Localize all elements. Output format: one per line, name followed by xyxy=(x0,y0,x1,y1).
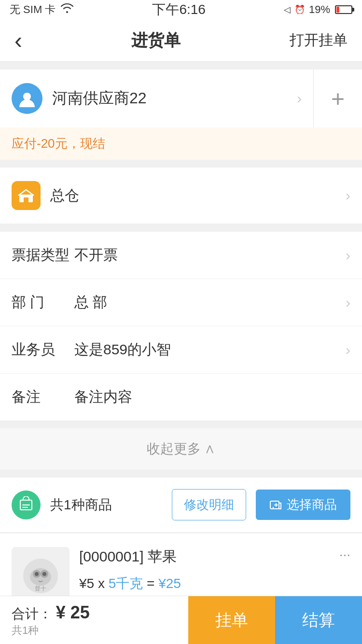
svg-point-10 xyxy=(42,572,46,576)
warehouse-chevron-icon: › xyxy=(346,187,350,204)
edit-detail-button[interactable]: 修改明细 xyxy=(172,489,246,520)
invoice-chevron-icon: › xyxy=(346,247,350,264)
department-row[interactable]: 部 门 总 部 › xyxy=(0,279,362,326)
product-qty: 5千克 xyxy=(109,576,143,591)
product-unit-price: ¥5 x xyxy=(79,576,109,591)
department-chevron-icon: › xyxy=(346,294,350,311)
product-more-button[interactable]: ··· xyxy=(339,547,350,562)
svg-rect-2 xyxy=(24,197,28,202)
bottom-bar: 合计： ¥ 25 共1种 挂单 结算 xyxy=(0,596,362,644)
invoice-type-value: 不开票 xyxy=(74,245,341,265)
back-button[interactable]: ‹ xyxy=(14,27,22,54)
select-product-label: 选择商品 xyxy=(287,496,337,513)
battery-icon xyxy=(335,5,352,14)
select-product-button[interactable]: 选择商品 xyxy=(256,490,350,520)
settle-label: 结算 xyxy=(302,609,335,631)
svg-point-0 xyxy=(23,93,31,100)
total-label: 合计： xyxy=(12,606,52,621)
total-sub: 共1种 xyxy=(12,623,177,638)
settle-button[interactable]: 结算 xyxy=(275,596,362,644)
salesperson-chevron-icon: › xyxy=(346,342,350,358)
carrier-label: 无 SIM 卡 xyxy=(10,2,56,17)
products-icon xyxy=(12,490,41,519)
svg-point-9 xyxy=(35,572,39,576)
page-title: 进货单 xyxy=(131,29,181,52)
time-label: 下午6:16 xyxy=(152,0,206,19)
hang-button[interactable]: 挂单 xyxy=(188,596,275,644)
alert-banner: 应付-20元，现结 xyxy=(0,127,362,160)
supplier-name: 河南供应商22 xyxy=(52,88,292,109)
total-amount: ¥ 25 xyxy=(56,602,90,622)
department-label: 部 门 xyxy=(12,293,74,312)
status-bar: 无 SIM 卡 下午6:16 ◁ ⏰ 19% xyxy=(0,0,362,19)
collapse-label: 收起更多 ∧ xyxy=(147,441,216,456)
add-supplier-button[interactable]: + xyxy=(314,70,362,127)
warehouse-name: 总仓 xyxy=(50,186,341,206)
total-section: 合计： ¥ 25 共1种 xyxy=(0,596,188,644)
alarm-icon: ⏰ xyxy=(294,4,305,15)
product-total: ¥25 xyxy=(158,576,181,591)
product-equals: = xyxy=(147,576,158,591)
battery-percent: 19% xyxy=(309,3,330,16)
products-header: 共1种商品 修改明细 选择商品 xyxy=(0,477,362,532)
supplier-selector[interactable]: 河南供应商22 › xyxy=(0,70,314,127)
warehouse-row[interactable]: 总仓 › xyxy=(0,168,362,224)
hang-label: 挂单 xyxy=(215,609,248,631)
location-icon: ◁ xyxy=(284,4,291,15)
product-code: [0000001] xyxy=(79,548,148,564)
open-hang-button[interactable]: 打开挂单 xyxy=(290,30,348,50)
collapse-button[interactable]: 收起更多 ∧ xyxy=(0,428,362,470)
remark-input[interactable]: 备注内容 xyxy=(74,387,350,407)
total-row: 合计： ¥ 25 xyxy=(12,602,177,623)
department-value: 总 部 xyxy=(74,293,341,312)
nav-bar: ‹ 进货单 打开挂单 xyxy=(0,19,362,62)
products-count: 共1种商品 xyxy=(50,496,162,514)
warehouse-icon-container xyxy=(12,181,41,210)
invoice-type-row[interactable]: 票据类型 不开票 › xyxy=(0,232,362,279)
supplier-chevron-icon: › xyxy=(297,90,302,107)
remark-row[interactable]: 备注 备注内容 xyxy=(0,374,362,420)
form-section: 票据类型 不开票 › 部 门 总 部 › 业务员 这是859的小智 › 备注 备… xyxy=(0,232,362,420)
status-left: 无 SIM 卡 xyxy=(10,2,74,17)
wifi-icon xyxy=(60,3,74,16)
supplier-section: 河南供应商22 › + xyxy=(0,70,362,127)
svg-text:督十: 督十 xyxy=(35,585,46,592)
invoice-type-label: 票据类型 xyxy=(12,245,74,265)
alert-text: 应付-20元，现结 xyxy=(12,136,105,151)
svg-point-6 xyxy=(30,568,51,586)
status-right: ◁ ⏰ 19% xyxy=(284,3,352,16)
product-title: 苹果 xyxy=(148,548,177,564)
remark-label: 备注 xyxy=(12,387,74,407)
salesperson-label: 业务员 xyxy=(12,340,74,360)
separator-1 xyxy=(0,62,362,70)
salesperson-value: 这是859的小智 xyxy=(74,340,341,360)
product-name: [0000001] 苹果 xyxy=(79,547,330,567)
separator-2 xyxy=(0,160,362,168)
product-price-row: ¥5 x 5千克 = ¥25 xyxy=(79,574,330,593)
separator-3 xyxy=(0,224,362,232)
salesperson-row[interactable]: 业务员 这是859的小智 › xyxy=(0,326,362,374)
supplier-avatar xyxy=(12,83,42,114)
product-info: [0000001] 苹果 ¥5 x 5千克 = ¥25 xyxy=(79,547,330,593)
